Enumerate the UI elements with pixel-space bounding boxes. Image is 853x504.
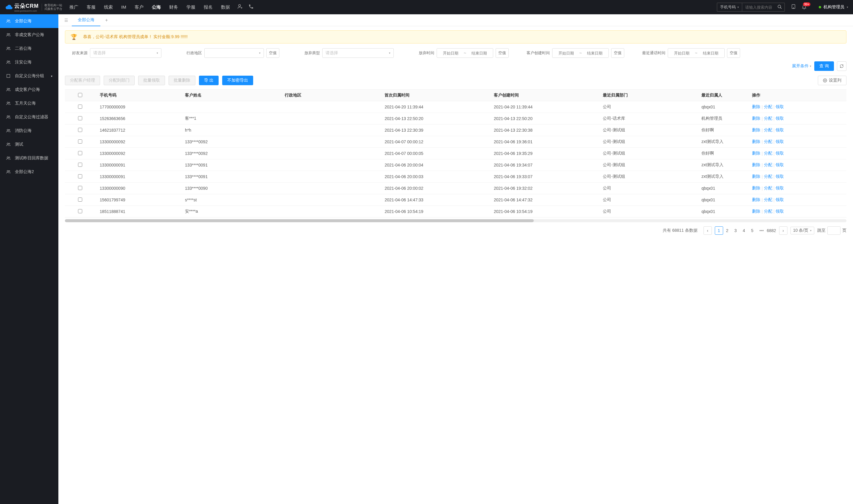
nav-item-5[interactable]: 公海 [152,4,161,10]
add-tab-button[interactable]: + [101,18,113,23]
nav-item-9[interactable]: 数据 [221,4,230,10]
assign-dept-button[interactable]: 分配到部门 [104,76,134,85]
row-delete-button[interactable]: 删除 [752,197,760,202]
row-claim-button[interactable]: 领取 [776,104,784,110]
row-delete-button[interactable]: 删除 [752,174,760,179]
search-input[interactable] [742,5,775,10]
filter-create-time-range[interactable]: ~ [552,48,609,58]
nav-item-2[interactable]: 线索 [104,4,113,10]
row-claim-button[interactable]: 领取 [776,185,784,191]
row-claim-button[interactable]: 领取 [776,197,784,202]
sidebar-item-8[interactable]: 消防公海 [0,124,58,138]
refresh-button[interactable] [837,61,847,71]
filter-create-time-null-button[interactable]: 空值 [611,48,624,58]
row-assign-button[interactable]: 分配 [764,116,772,121]
row-delete-button[interactable]: 删除 [752,151,760,156]
pagination-page-2[interactable]: 2 [723,227,731,235]
row-checkbox[interactable] [78,197,82,202]
tab-all-publicsea[interactable]: 全部公海 [72,14,101,26]
logo[interactable]: 云朵CRM www.yunduocrm.com [5,2,39,12]
assign-manager-button[interactable]: 分配客户经理 [65,76,100,85]
row-checkbox[interactable] [78,105,82,109]
sidebar-item-10[interactable]: 测试昨日回库数据 [0,151,58,165]
row-delete-button[interactable]: 删除 [752,139,760,144]
pagination-page-4[interactable]: 4 [740,227,748,235]
row-checkbox[interactable] [78,128,82,132]
row-delete-button[interactable]: 删除 [752,127,760,133]
expand-filters-button[interactable]: 展开条件▾ [792,64,811,69]
pagination-last[interactable]: 6882 [767,227,776,235]
pagination-page-5[interactable]: 5 [748,227,757,235]
sidebar-item-0[interactable]: 全部公海 [0,14,58,28]
row-claim-button[interactable]: 领取 [776,209,784,214]
abandon-end-date[interactable] [469,51,490,55]
export-button[interactable]: 导 出 [199,76,219,85]
pagination-prev[interactable]: ‹ [704,227,712,235]
horizontal-scrollbar[interactable] [65,219,847,222]
pagination-page-3[interactable]: 3 [731,227,740,235]
filter-region-null-button[interactable]: 空值 [266,48,279,58]
row-claim-button[interactable]: 领取 [776,174,784,179]
row-assign-button[interactable]: 分配 [764,197,772,202]
abandon-start-date[interactable] [440,51,461,55]
filter-abandon-time-null-button[interactable]: 空值 [495,48,509,58]
sidebar-item-9[interactable]: 测试 [0,138,58,151]
row-assign-button[interactable]: 分配 [764,127,772,133]
row-assign-button[interactable]: 分配 [764,139,772,144]
row-claim-button[interactable]: 领取 [776,127,784,133]
nav-item-4[interactable]: 客户 [134,4,144,10]
select-all-checkbox[interactable] [78,93,82,97]
add-user-icon[interactable] [237,4,243,11]
pagination-next[interactable]: › [779,227,787,235]
sidebar-item-11[interactable]: 全部公海2 [0,165,58,179]
sidebar-item-6[interactable]: 五月天公海 [0,96,58,110]
search-type-select[interactable]: 手机号码▾ [717,3,742,11]
nav-item-3[interactable]: IM [121,4,126,10]
filter-call-time-range[interactable]: ~ [668,48,724,58]
row-checkbox[interactable] [78,139,82,144]
row-assign-button[interactable]: 分配 [764,209,772,214]
pagination-page-1[interactable]: 1 [715,227,723,235]
sidebar-item-2[interactable]: 二咨公海 [0,42,58,55]
call-start-date[interactable] [671,51,692,55]
row-checkbox[interactable] [78,174,82,178]
batch-delete-button[interactable]: 批量删除 [168,76,195,85]
row-checkbox[interactable] [78,151,82,155]
sidebar-item-1[interactable]: 非成交客户公海 [0,28,58,42]
row-assign-button[interactable]: 分配 [764,185,772,191]
notification-bell[interactable]: 99+ [801,4,807,11]
row-checkbox[interactable] [78,116,82,120]
phone-icon[interactable] [248,4,254,11]
row-assign-button[interactable]: 分配 [764,151,772,156]
row-claim-button[interactable]: 领取 [776,151,784,156]
create-start-date[interactable] [556,51,577,55]
page-size-select[interactable]: 10 条/页▾ [791,227,814,234]
filter-region-select[interactable]: ▾ [204,48,264,58]
nav-item-1[interactable]: 客服 [87,4,96,10]
sidebar-item-3[interactable]: 注安公海 [0,55,58,69]
row-delete-button[interactable]: 删除 [752,104,760,110]
row-claim-button[interactable]: 领取 [776,162,784,168]
create-end-date[interactable] [584,51,605,55]
sidebar-item-4[interactable]: 自定义公海分组▾ [0,69,58,83]
row-delete-button[interactable]: 删除 [752,162,760,168]
nav-item-8[interactable]: 报名 [204,4,213,10]
row-checkbox[interactable] [78,163,82,167]
nav-item-6[interactable]: 财务 [169,4,178,10]
row-delete-button[interactable]: 删除 [752,185,760,191]
nav-item-7[interactable]: 学服 [186,4,195,10]
row-assign-button[interactable]: 分配 [764,174,772,179]
row-assign-button[interactable]: 分配 [764,104,772,110]
filter-abandon-type-select[interactable]: 请选择▾ [322,48,394,58]
row-delete-button[interactable]: 删除 [752,209,760,214]
filter-abandon-time-range[interactable]: ~ [437,48,493,58]
row-checkbox[interactable] [78,186,82,190]
batch-claim-button[interactable]: 批量领取 [138,76,165,85]
filter-source-select[interactable]: 请选择▾ [90,48,161,58]
sidebar-item-5[interactable]: 成交客户公海 [0,83,58,96]
row-checkbox[interactable] [78,209,82,213]
tabs-toggle-icon[interactable]: ☰ [61,18,72,23]
search-icon[interactable] [775,4,784,10]
tablet-icon[interactable] [791,4,796,11]
sidebar-item-7[interactable]: 自定义公海过滤器 [0,110,58,124]
